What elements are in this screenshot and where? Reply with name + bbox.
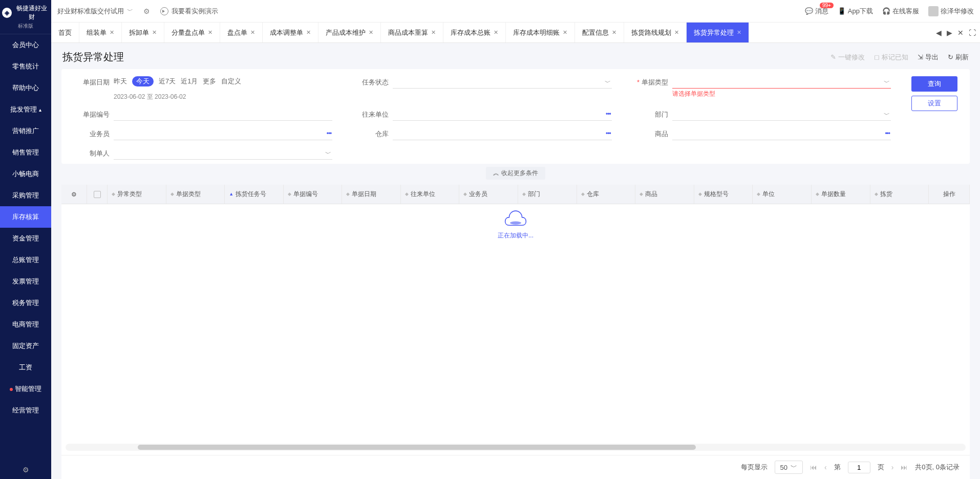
tab[interactable]: 首页 — [51, 23, 79, 42]
date-more[interactable]: 更多 — [203, 77, 216, 86]
page-size-select[interactable]: 50 ﹀ — [775, 461, 803, 474]
date-last7[interactable]: 近7天 — [159, 77, 176, 86]
column-header[interactable]: ◆业务员 — [459, 185, 518, 204]
page-number-input[interactable] — [848, 462, 870, 473]
column-header[interactable]: ◆仓库 — [577, 185, 636, 204]
horizontal-scrollbar[interactable] — [66, 444, 966, 451]
column-header[interactable]: 操作 — [929, 185, 970, 204]
tabs-scroll-right[interactable]: ▶ — [947, 29, 952, 37]
sidebar-item[interactable]: 库存核算 — [0, 206, 51, 228]
date-last-month[interactable]: 近1月 — [181, 77, 198, 86]
close-icon[interactable]: ✕ — [110, 29, 114, 36]
tab[interactable]: 产品成本维护✕ — [318, 23, 381, 42]
sidebar-settings-icon[interactable]: ⚙ — [0, 461, 51, 479]
tab[interactable]: 分量盘点单✕ — [164, 23, 220, 42]
user-menu[interactable]: 徐泽华修改 — [928, 6, 974, 16]
doc-type-select[interactable] — [672, 76, 891, 89]
tab[interactable]: 盘点单✕ — [220, 23, 263, 42]
doc-no-input[interactable] — [114, 108, 332, 121]
refresh-button[interactable]: ↻ 刷新 — [948, 53, 969, 62]
tab[interactable]: 组装单✕ — [79, 23, 122, 42]
close-icon[interactable]: ✕ — [250, 29, 255, 36]
select-all-checkbox[interactable] — [87, 185, 108, 204]
column-header[interactable]: ▲拣货任务号 — [225, 185, 284, 204]
tabs-close-all[interactable]: ✕ — [957, 29, 964, 37]
query-button[interactable]: 查询 — [911, 76, 957, 92]
column-header[interactable]: ◆单据编号 — [284, 185, 343, 204]
task-status-select[interactable] — [393, 76, 611, 89]
tab[interactable]: 商品成本重算✕ — [381, 23, 443, 42]
download-button[interactable]: 📱 App下载 — [838, 7, 873, 16]
date-quick-picker[interactable]: 昨天 今天 近7天 近1月 更多 自定义 2023-06-02 至 2023-0… — [114, 76, 332, 101]
sidebar-item[interactable]: 采购管理 — [0, 185, 51, 206]
sidebar-item[interactable]: 发票管理 — [0, 271, 51, 292]
sidebar-item[interactable]: 帮助中心 — [0, 77, 51, 99]
sidebar-item[interactable]: 电商管理 — [0, 314, 51, 335]
column-header[interactable]: ◆部门 — [518, 185, 577, 204]
workspace-selector[interactable]: 好业财标准版交付试用 ﹀ — [57, 7, 133, 16]
tab[interactable]: 拆卸单✕ — [122, 23, 164, 42]
sidebar-item[interactable]: 工资 — [0, 357, 51, 378]
column-header[interactable]: ◆商品 — [635, 185, 694, 204]
sidebar-item[interactable]: 零售统计 — [0, 56, 51, 77]
tab[interactable]: 库存成本明细账✕ — [506, 23, 575, 42]
sidebar-item[interactable]: 总账管理 — [0, 249, 51, 271]
settings-button[interactable]: 设置 — [911, 96, 957, 111]
date-today[interactable]: 今天 — [132, 76, 154, 86]
close-icon[interactable]: ✕ — [306, 29, 311, 36]
close-icon[interactable]: ✕ — [612, 29, 616, 36]
sidebar-item[interactable]: 固定资产 — [0, 335, 51, 357]
partner-input[interactable] — [393, 108, 611, 121]
scrollbar-thumb[interactable] — [138, 445, 696, 450]
close-icon[interactable]: ✕ — [563, 29, 567, 36]
demo-button[interactable]: 我要看实例演示 — [160, 7, 218, 16]
sidebar-item[interactable]: 批发管理 — [0, 99, 51, 120]
close-icon[interactable]: ✕ — [494, 29, 498, 36]
export-button[interactable]: ⇲ 导出 — [918, 53, 939, 62]
salesman-input[interactable] — [114, 128, 332, 140]
prev-page-button[interactable]: ‹ — [824, 463, 827, 471]
close-icon[interactable]: ✕ — [674, 29, 679, 36]
column-header[interactable]: ◆往来单位 — [401, 185, 460, 204]
column-header[interactable]: ◆单据数量 — [812, 185, 870, 204]
date-custom[interactable]: 自定义 — [221, 77, 241, 86]
sidebar-item[interactable]: 营销推广 — [0, 120, 51, 142]
tab[interactable]: 库存成本总账✕ — [443, 23, 506, 42]
tab[interactable]: 拣货路线规划✕ — [624, 23, 687, 42]
dept-select[interactable] — [672, 108, 891, 121]
column-header[interactable]: ◆拣货 — [870, 185, 929, 204]
tabs-fullscreen[interactable]: ⛶ — [969, 29, 976, 37]
close-icon[interactable]: ✕ — [152, 29, 157, 36]
collapse-filters-button[interactable]: ︽ 收起更多条件 — [486, 167, 545, 180]
column-header[interactable]: ◆单位 — [753, 185, 812, 204]
sidebar-item[interactable]: 资金管理 — [0, 228, 51, 249]
sidebar-item[interactable]: 会员中心 — [0, 34, 51, 56]
warehouse-input[interactable] — [393, 128, 611, 140]
sidebar-item[interactable]: 智能管理 — [0, 378, 51, 400]
column-header[interactable]: ◆异常类型 — [108, 185, 166, 204]
bulk-edit-button[interactable]: ✎ 一键修改 — [830, 53, 865, 62]
column-header[interactable]: ◆单据日期 — [342, 185, 401, 204]
messages-button[interactable]: 💬 消息 99+ — [805, 7, 828, 16]
mark-known-button[interactable]: ◻ 标记已知 — [874, 53, 908, 62]
sidebar-item[interactable]: 销售管理 — [0, 142, 51, 163]
tab[interactable]: 成本调整单✕ — [263, 23, 318, 42]
support-button[interactable]: 🎧 在线客服 — [882, 7, 919, 16]
sidebar-item[interactable]: 税务管理 — [0, 292, 51, 314]
next-page-button[interactable]: › — [891, 463, 894, 471]
tabs-scroll-left[interactable]: ◀ — [936, 29, 942, 37]
tab[interactable]: 拣货异常处理✕ — [687, 23, 749, 42]
product-input[interactable] — [672, 128, 891, 140]
close-icon[interactable]: ✕ — [431, 29, 436, 36]
table-settings-button[interactable]: ⚙ — [61, 185, 87, 204]
column-header[interactable]: ◆单据类型 — [166, 185, 225, 204]
close-icon[interactable]: ✕ — [369, 29, 373, 36]
date-yesterday[interactable]: 昨天 — [114, 77, 127, 86]
last-page-button[interactable]: ⏭ — [901, 463, 908, 471]
sidebar-item[interactable]: 经营管理 — [0, 400, 51, 421]
sidebar-item[interactable]: 小畅电商 — [0, 163, 51, 185]
tab[interactable]: 配置信息✕ — [575, 23, 624, 42]
close-icon[interactable]: ✕ — [208, 29, 212, 36]
settings-icon[interactable]: ⚙ — [143, 7, 150, 15]
first-page-button[interactable]: ⏮ — [810, 463, 817, 471]
